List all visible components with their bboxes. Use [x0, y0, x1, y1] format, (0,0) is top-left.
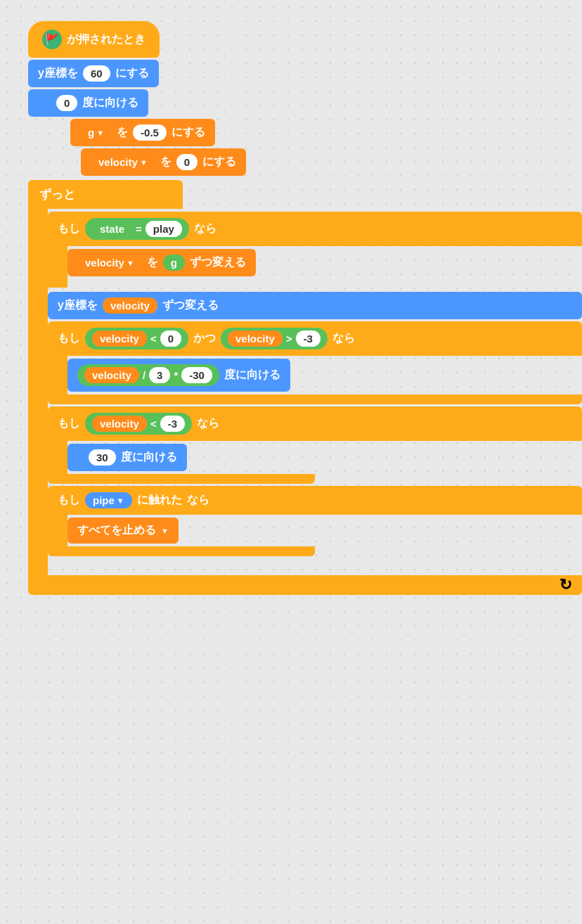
if-pipe-footer — [48, 546, 315, 556]
if-vel-lt0-gt-3: もし velocity < 0 かつ velocity > -3 なら — [48, 321, 582, 404]
if-vel-footer — [48, 394, 582, 404]
g-change-val[interactable]: g — [163, 255, 185, 271]
set-velocity-block[interactable]: velocity ▼ を 0 にする — [81, 148, 246, 176]
if-pipe-touch-body: すべてを止める ▼ — [48, 515, 582, 546]
dir-suffix: 度に向ける — [82, 96, 138, 110]
vel-gt-3-op: velocity > -3 — [221, 328, 328, 349]
loop-arrow-icon: ↺ — [560, 576, 572, 594]
set-dir-30[interactable]: 30 度に向ける — [67, 444, 187, 471]
dir-value[interactable]: 0 — [56, 95, 77, 111]
if-state-play-top[interactable]: もし state = play なら — [48, 212, 582, 246]
forever-loop-bottom: ↺ — [28, 575, 582, 595]
if-vel-lt-3-footer — [48, 474, 315, 484]
g-var[interactable]: g ▼ — [80, 124, 112, 141]
velocity-var-5[interactable]: velocity — [228, 331, 283, 347]
velocity-var-3[interactable]: velocity — [103, 297, 157, 314]
if-vel-lt0-gt-3-body: velocity / 3 * -30 度に向ける — [48, 356, 582, 394]
loop-left-bar — [28, 209, 48, 575]
vel-lt0-op: velocity < 0 — [85, 328, 188, 349]
neg3-val2[interactable]: -3 — [160, 416, 185, 432]
stop-label: すべてを止める — [77, 523, 156, 538]
if-vel-lt-3-body: 30 度に向ける — [48, 441, 582, 474]
if-pipe-touch: もし pipe ▼ に触れた なら すべてを止める — [48, 486, 582, 556]
set-dir-block[interactable]: 0 度に向ける — [28, 89, 148, 117]
hat-label: が押されたとき — [67, 32, 146, 47]
flag-icon: 🚩 — [42, 30, 62, 49]
div-val[interactable]: 3 — [149, 367, 170, 383]
velocity-var-2[interactable]: velocity ▼ — [77, 255, 142, 271]
vel-div-mul-op: velocity / 3 * -30 — [77, 364, 219, 386]
dir-30-val[interactable]: 30 — [89, 449, 116, 466]
velocity-var-6[interactable]: velocity — [84, 367, 139, 383]
change-y-by-velocity[interactable]: y座標を velocity ずつ変える — [48, 292, 582, 319]
loop-body: もし state = play なら — [28, 209, 582, 575]
stop-all-block[interactable]: すべてを止める ▼ — [67, 518, 179, 544]
velocity-var-7[interactable]: velocity — [92, 416, 147, 432]
if-state-play-footer — [48, 279, 67, 288]
set-y-label: y座標を — [38, 66, 78, 81]
vel-lt-3-op: velocity < -3 — [85, 413, 192, 435]
velocity-var-4[interactable]: velocity — [92, 331, 147, 347]
hat-block[interactable]: 🚩 が押されたとき — [28, 21, 160, 58]
set-y-suffix: にする — [115, 66, 149, 81]
state-var[interactable]: state — [92, 221, 132, 237]
forever-loop-wrapper: ずっと もし state = play なら — [28, 180, 582, 595]
if-state-play: もし state = play なら — [48, 212, 582, 288]
if-vel-lt-3: もし velocity < -3 なら 30 — [48, 406, 582, 484]
pipe-var[interactable]: pipe ▼ — [85, 492, 132, 508]
velocity-var-1[interactable]: velocity ▼ — [91, 154, 155, 170]
set-g-block[interactable]: g ▼ を -0.5 にする — [70, 119, 215, 146]
mul-val[interactable]: -30 — [181, 367, 212, 383]
if-pipe-touch-top[interactable]: もし pipe ▼ に触れた なら — [48, 486, 582, 515]
forever-loop-top[interactable]: ずっと — [28, 180, 183, 209]
y-value[interactable]: 60 — [83, 65, 110, 82]
neg3-val[interactable]: -3 — [296, 331, 321, 347]
loop-inner: もし state = play なら — [48, 209, 582, 575]
set-dir-formula[interactable]: velocity / 3 * -30 度に向ける — [67, 359, 290, 392]
change-velocity-by-g[interactable]: velocity ▼ を g ずつ変える — [67, 249, 256, 276]
state-eq-play-op: state = play — [85, 218, 189, 240]
loop-label: ずっと — [39, 186, 75, 203]
if-vel-lt-3-top[interactable]: もし velocity < -3 なら — [48, 406, 582, 441]
loop-inner-spacer — [48, 558, 582, 572]
g-value[interactable]: -0.5 — [133, 124, 167, 141]
if-state-play-body: velocity ▼ を g ずつ変える — [48, 246, 582, 279]
velocity-init-val[interactable]: 0 — [176, 154, 198, 170]
zero-val[interactable]: 0 — [160, 331, 181, 347]
blocks-container: 🚩 が押されたとき y座標を 60 にする 0 度に向ける g ▼ を -0.5… — [14, 21, 568, 595]
set-y-block[interactable]: y座標を 60 にする — [28, 60, 159, 87]
play-val[interactable]: play — [146, 221, 182, 237]
if-vel-lt0-gt-3-top[interactable]: もし velocity < 0 かつ velocity > -3 なら — [48, 321, 582, 356]
